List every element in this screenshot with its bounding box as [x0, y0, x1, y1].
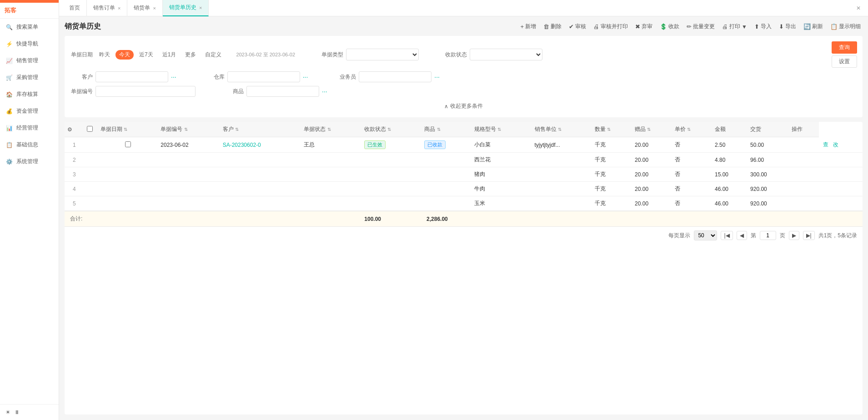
delete-button[interactable]: 🗑 删除 — [542, 22, 563, 31]
salesperson-input[interactable] — [359, 71, 431, 82]
sort-icon-doc-date: ⇅ — [124, 127, 127, 132]
salesperson-filter: 业务员 ··· — [333, 71, 440, 82]
action-edit-0[interactable]: 改 — [833, 141, 838, 148]
sidebar-item-label-purchase-mgmt: 采购管理 — [16, 74, 38, 81]
tab-sales-order-close[interactable]: × — [118, 5, 120, 11]
last-page-button[interactable]: ▶| — [803, 231, 815, 240]
action-view-0[interactable]: 查 — [823, 141, 828, 148]
row-spec-2 — [532, 167, 592, 182]
row-checkbox[interactable] — [125, 141, 131, 147]
print-button[interactable]: 🖨 打印 ▼ — [720, 22, 749, 31]
import-button[interactable]: ⬆ 导入 — [753, 22, 773, 31]
pay-status-badge: 已收款 — [424, 140, 446, 149]
search-menu-icon: 🔍 — [5, 24, 13, 31]
sidebar-item-sys-mgmt[interactable]: ⚙️ 系统管理 — [0, 153, 59, 170]
salesperson-dots[interactable]: ··· — [434, 73, 440, 80]
th-doc-status[interactable]: 单据状态 ⇅ — [301, 122, 361, 137]
th-unit[interactable]: 销售单位 ⇅ — [532, 122, 592, 137]
refresh-button[interactable]: 🔄 刷新 — [802, 22, 825, 31]
tab-home[interactable]: 首页 — [63, 0, 87, 16]
sidebar-item-search-menu[interactable]: 🔍 搜索菜单 — [0, 19, 59, 35]
sidebar-item-finance[interactable]: 💰 资金管理 — [0, 103, 59, 120]
show-detail-icon: 📋 — [830, 23, 838, 30]
sidebar-item-inventory[interactable]: 🏠 库存核算 — [0, 86, 59, 103]
tab-sales-goods[interactable]: 销货单 × — [127, 0, 162, 16]
doc-type-select[interactable] — [346, 49, 419, 60]
sidebar-item-purchase-mgmt[interactable]: 🛒 采购管理 — [0, 69, 59, 86]
th-doc-no[interactable]: 单据编号 ⇅ — [158, 122, 220, 137]
next-page-button[interactable]: ▶ — [789, 231, 799, 240]
row-action-4 — [819, 196, 863, 211]
warehouse-filter: 仓库 ··· — [202, 71, 308, 82]
doc-no-input[interactable] — [95, 86, 196, 97]
row-price-0: 2.50 — [712, 137, 748, 153]
sidebar-item-operations[interactable]: 📊 经营管理 — [0, 120, 59, 136]
th-qty[interactable]: 数量 ⇅ — [592, 122, 632, 137]
row-config-3 — [84, 182, 98, 196]
customer-input[interactable] — [95, 71, 168, 82]
tab-close-all[interactable]: ✕ — [853, 5, 864, 11]
row-doc-no-1[interactable] — [220, 153, 301, 167]
batch-change-button[interactable]: ✏ 批量变更 — [685, 22, 717, 31]
date-chip-more[interactable]: 更多 — [181, 50, 200, 60]
th-gift[interactable]: 赠品 ⇅ — [632, 122, 672, 137]
audit-button[interactable]: ✔ 审核 — [567, 22, 588, 31]
abandon-button[interactable]: ✖ 弃审 — [633, 22, 654, 31]
export-button[interactable]: ⬇ 导出 — [777, 22, 798, 31]
date-chip-1month[interactable]: 近1月 — [159, 50, 180, 60]
warehouse-input[interactable] — [227, 71, 300, 82]
query-button[interactable]: 查询 — [832, 41, 857, 54]
th-goods[interactable]: 商品 ⇅ — [421, 122, 472, 137]
row-num-0: 1 — [65, 137, 84, 153]
th-doc-date[interactable]: 单据日期 ⇅ — [98, 122, 158, 137]
goods-input[interactable] — [246, 86, 319, 97]
tab-sales-history[interactable]: 销货单历史 × — [163, 0, 209, 16]
th-doc-date-label: 单据日期 — [100, 126, 122, 132]
sidebar-item-sales-mgmt[interactable]: 📈 销售管理 — [0, 52, 59, 69]
page-unit: 页 — [780, 232, 785, 240]
warehouse-dots[interactable]: ··· — [303, 73, 308, 80]
prev-page-button[interactable]: ◀ — [737, 231, 747, 240]
per-page-select[interactable]: 50 100 — [694, 230, 717, 240]
show-detail-button[interactable]: 📋 显示明细 — [828, 22, 863, 31]
th-spec[interactable]: 规格型号 ⇅ — [472, 122, 532, 137]
date-chip-today[interactable]: 今天 — [115, 50, 134, 60]
row-spec-3 — [532, 182, 592, 196]
th-config[interactable]: ⚙ — [65, 122, 84, 137]
row-action-1 — [819, 153, 863, 167]
goods-dots[interactable]: ··· — [322, 88, 327, 95]
row-doc-no-3[interactable] — [220, 182, 301, 196]
audit-print-button[interactable]: 🖨 审核并打印 — [592, 22, 630, 31]
pagination: 每页显示 50 100 |◀ ◀ 第 页 ▶ ▶| 共1页，5条记录 — [65, 226, 863, 244]
row-doc-status-3 — [361, 182, 422, 196]
th-price[interactable]: 单价 ⇅ — [672, 122, 712, 137]
row-doc-no-4[interactable] — [220, 196, 301, 211]
add-button[interactable]: + 新增 — [519, 22, 538, 31]
set-button[interactable]: 设置 — [832, 55, 857, 68]
collect-button[interactable]: 💲 收款 — [658, 22, 681, 31]
sales-mgmt-icon: 📈 — [5, 57, 13, 65]
customer-dots[interactable]: ··· — [171, 73, 176, 80]
th-pay-status[interactable]: 收款状态 ⇅ — [361, 122, 422, 137]
row-doc-no-2[interactable] — [220, 167, 301, 182]
select-all-checkbox[interactable] — [87, 126, 93, 132]
collect-status-select[interactable] — [470, 49, 542, 60]
row-doc-no-0[interactable]: SA-20230602-0 — [220, 137, 301, 153]
page-input[interactable] — [760, 231, 776, 240]
date-chip-yesterday[interactable]: 昨天 — [95, 50, 114, 60]
sidebar-item-quick-nav[interactable]: ⚡ 快捷导航 — [0, 35, 59, 52]
goods-label: 商品 — [221, 88, 244, 95]
sidebar-item-basic-info[interactable]: 📋 基础信息 — [0, 136, 59, 153]
tab-sales-history-close[interactable]: × — [199, 5, 202, 10]
tab-sales-goods-close[interactable]: × — [153, 5, 156, 11]
row-doc-date-3 — [158, 182, 220, 196]
purchase-mgmt-icon: 🛒 — [5, 74, 13, 81]
collapse-button[interactable]: ∧ 收起更多条件 — [70, 100, 857, 112]
th-customer[interactable]: 客户 ⇅ — [220, 122, 301, 137]
tab-sales-order[interactable]: 销售订单 × — [87, 0, 127, 16]
first-page-button[interactable]: |◀ — [721, 231, 733, 240]
date-chip-7days[interactable]: 近7天 — [135, 50, 157, 60]
sidebar-bottom-item-1[interactable]: ☀ ⏸ — [0, 405, 59, 420]
chevron-up-icon: ∧ — [444, 103, 448, 110]
date-chip-custom[interactable]: 自定义 — [201, 50, 225, 60]
